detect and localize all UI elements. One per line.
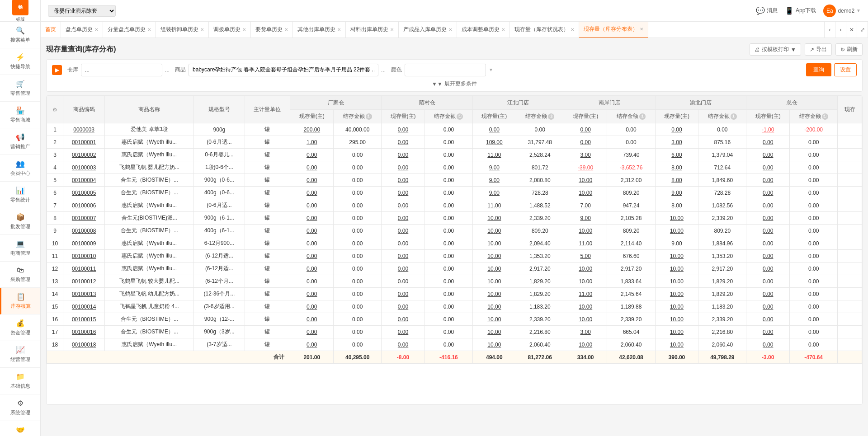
table-cell[interactable]: 00100016 [63, 326, 105, 338]
refresh-btn[interactable]: ↻ 刷新 [835, 43, 863, 56]
table-cell[interactable]: 0.00 [290, 313, 334, 326]
table-cell[interactable]: 11.00 [473, 149, 516, 161]
table-cell[interactable]: 0.00 [382, 136, 425, 149]
table-cell[interactable]: 0.00 [746, 250, 790, 263]
table-cell[interactable]: 00100011 [63, 263, 105, 275]
print-btn[interactable]: 🖨 按模板打印 ▼ [750, 43, 801, 56]
info-icon-4[interactable]: ① [639, 113, 646, 120]
tab-4-close[interactable]: ✕ [242, 27, 246, 32]
table-cell[interactable]: 11.00 [473, 199, 516, 212]
table-cell[interactable]: 0.00 [746, 212, 790, 225]
table-cell[interactable]: 9.00 [473, 174, 516, 187]
tab-6[interactable]: 其他出库单历史 ✕ [293, 22, 346, 38]
table-cell[interactable]: 9.00 [655, 187, 698, 199]
table-cell[interactable]: 10.00 [473, 225, 516, 237]
table-cell[interactable]: 0.00 [564, 136, 607, 149]
table-cell[interactable]: 10.00 [564, 300, 607, 313]
table-cell[interactable]: 00100012 [63, 275, 105, 288]
table-cell[interactable]: 0.00 [290, 237, 334, 250]
table-cell[interactable]: 0.00 [655, 123, 698, 136]
table-cell[interactable]: 6.00 [655, 149, 698, 161]
table-cell[interactable]: 10.00 [564, 174, 607, 187]
table-cell[interactable]: 00100004 [63, 174, 105, 187]
warehouse-ellipsis[interactable]: ... [165, 67, 170, 73]
table-cell[interactable]: 00100002 [63, 149, 105, 161]
table-cell[interactable]: 0.00 [382, 338, 425, 351]
table-cell[interactable]: 9.00 [655, 237, 698, 250]
sidebar-item-inventory[interactable]: 📋 库存核算 [0, 288, 40, 314]
table-cell[interactable]: 10.00 [655, 313, 698, 326]
table-cell[interactable]: 0.00 [746, 136, 790, 149]
table-cell[interactable]: 0.00 [746, 199, 790, 212]
table-cell[interactable]: 10.00 [564, 187, 607, 199]
table-cell[interactable]: 10.00 [473, 288, 516, 300]
table-cell[interactable]: 10.00 [655, 326, 698, 338]
table-cell[interactable]: 10.00 [473, 300, 516, 313]
table-cell[interactable]: 0.00 [382, 237, 425, 250]
table-cell[interactable]: 00100003 [63, 161, 105, 174]
table-cell[interactable]: 0.00 [746, 300, 790, 313]
table-cell[interactable]: 0.00 [382, 174, 425, 187]
table-cell[interactable]: 11.00 [564, 288, 607, 300]
table-cell[interactable]: 10.00 [655, 338, 698, 351]
table-cell[interactable]: 0.00 [746, 313, 790, 326]
table-cell[interactable]: 9.00 [473, 187, 516, 199]
th-settings[interactable]: ⚙ [47, 96, 63, 123]
table-cell[interactable]: 0.00 [746, 263, 790, 275]
info-icon-6[interactable]: ① [822, 113, 828, 120]
tab-5[interactable]: 要货单历史 ✕ [251, 22, 293, 38]
info-icon-2[interactable]: ① [457, 113, 463, 120]
table-cell[interactable]: 10.00 [564, 275, 607, 288]
table-cell[interactable]: 0.00 [746, 187, 790, 199]
tab-4[interactable]: 调拨单历史 ✕ [209, 22, 251, 38]
expand-more-btn[interactable]: ▼▼ 展开更多条件 [432, 80, 477, 88]
table-cell[interactable]: 00100001 [63, 136, 105, 149]
table-cell[interactable]: 0.00 [746, 338, 790, 351]
message-btn[interactable]: 💬 消息 [756, 6, 778, 15]
table-cell[interactable]: 00100009 [63, 237, 105, 250]
table-cell[interactable]: 0.00 [290, 199, 334, 212]
table-cell[interactable]: 10.00 [473, 326, 516, 338]
tab-10-close[interactable]: ✕ [571, 27, 574, 32]
table-cell[interactable]: 0.00 [382, 161, 425, 174]
table-cell[interactable]: 10.00 [564, 313, 607, 326]
table-cell[interactable]: 3.00 [564, 149, 607, 161]
table-cell[interactable]: 0.00 [382, 326, 425, 338]
table-cell[interactable]: 10.00 [655, 263, 698, 275]
table-cell[interactable]: 00100014 [63, 300, 105, 313]
table-cell[interactable]: 10.00 [473, 237, 516, 250]
sidebar-item-wholesale[interactable]: 📦 批发管理 [0, 208, 40, 235]
table-cell[interactable]: 0.00 [290, 161, 334, 174]
table-cell[interactable]: 0.00 [290, 187, 334, 199]
table-cell[interactable]: 0.00 [382, 250, 425, 263]
tab-next-btn[interactable]: › [835, 22, 846, 38]
sidebar-item-retail-shop[interactable]: 🏪 零售商城 [0, 102, 40, 128]
tab-9-close[interactable]: ✕ [501, 27, 505, 32]
table-cell[interactable]: 0.00 [290, 250, 334, 263]
table-cell[interactable]: 00100013 [63, 288, 105, 300]
tab-1-close[interactable]: ✕ [94, 27, 98, 32]
table-cell[interactable]: 0000003 [63, 123, 105, 136]
table-cell[interactable]: 0.00 [290, 263, 334, 275]
table-cell[interactable]: 10.00 [564, 263, 607, 275]
table-cell[interactable]: 0.00 [382, 300, 425, 313]
table-cell[interactable]: 11.00 [564, 237, 607, 250]
tab-close-all-btn[interactable]: ✕ [846, 22, 857, 38]
table-cell[interactable]: 0.00 [290, 288, 334, 300]
table-cell[interactable]: 10.00 [473, 338, 516, 351]
table-cell[interactable]: 0.00 [290, 225, 334, 237]
table-cell[interactable]: 0.00 [746, 288, 790, 300]
tab-3-close[interactable]: ✕ [200, 27, 204, 32]
tab-11-close[interactable]: ✕ [640, 27, 643, 32]
sidebar-item-retail[interactable]: 🛒 零售管理 [0, 75, 40, 102]
sidebar-item-search[interactable]: 🔍 搜索英单 [0, 22, 40, 48]
tab-8-close[interactable]: ✕ [448, 27, 452, 32]
tab-6-close[interactable]: ✕ [337, 27, 341, 32]
product-input[interactable] [189, 64, 378, 76]
table-cell[interactable]: 5.00 [564, 250, 607, 263]
table-cell[interactable]: 8.00 [655, 161, 698, 174]
tab-3[interactable]: 组装拆卸单历史 ✕ [156, 22, 209, 38]
table-cell[interactable]: 10.00 [473, 250, 516, 263]
table-cell[interactable]: 00100018 [63, 338, 105, 351]
sidebar-item-finance[interactable]: 💰 资金管理 [0, 314, 40, 341]
